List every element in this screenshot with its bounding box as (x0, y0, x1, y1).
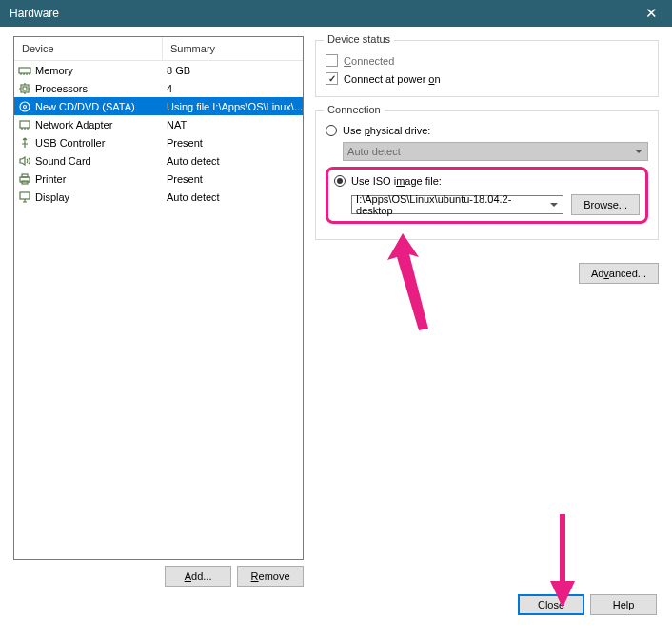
device-name: Memory (35, 65, 73, 76)
connection-label: Connection (324, 104, 385, 115)
physical-drive-select: Auto detect (343, 142, 648, 161)
svg-rect-5 (20, 121, 30, 128)
connected-checkbox (326, 54, 338, 67)
physical-drive-label: Use physical drive: (343, 125, 430, 136)
help-button[interactable]: Help (590, 594, 657, 615)
printer-icon (18, 172, 31, 186)
device-summary: 8 GB (163, 65, 303, 76)
sound-icon (18, 154, 31, 168)
svg-rect-9 (20, 192, 30, 199)
table-row[interactable]: Printer Present (14, 170, 303, 188)
add-button[interactable]: Add... (165, 566, 231, 587)
device-status-label: Device status (324, 33, 394, 45)
device-summary: Auto detect (163, 155, 303, 167)
annotation-arrow-icon (376, 233, 443, 338)
iso-radio[interactable] (334, 175, 346, 187)
device-name: Printer (35, 173, 66, 185)
table-row[interactable]: USB Controller Present (14, 133, 303, 151)
device-summary: NAT (163, 119, 303, 130)
device-name: New CD/DVD (SATA) (35, 101, 135, 112)
iso-radio-row[interactable]: Use ISO image file: (334, 175, 640, 187)
titlebar: Hardware ✕ (0, 0, 672, 27)
table-row[interactable]: Display Auto detect (14, 188, 303, 206)
svg-rect-0 (19, 68, 30, 73)
device-name: Sound Card (35, 155, 91, 167)
device-name: Network Adapter (35, 119, 112, 130)
iso-label: Use ISO image file: (351, 175, 442, 187)
svg-rect-1 (21, 85, 29, 92)
table-row[interactable]: Sound Card Auto detect (14, 151, 303, 170)
iso-highlight: Use ISO image file: I:\Apps\OS\Linux\ubu… (326, 167, 648, 224)
advanced-button[interactable]: Advanced... (579, 263, 659, 284)
table-row[interactable]: Processors 4 (14, 79, 303, 97)
table-row[interactable]: Memory 8 GB (14, 61, 303, 79)
device-summary: Auto detect (163, 191, 303, 203)
device-table: Device Summary Memory 8 GB Processors 4 … (13, 36, 304, 560)
connect-power-checkbox[interactable] (326, 72, 338, 85)
table-header: Device Summary (14, 37, 303, 61)
svg-point-4 (24, 105, 27, 108)
col-device-header: Device (14, 37, 163, 60)
memory-icon (18, 64, 31, 77)
device-summary: Using file I:\Apps\OS\Linux\... (163, 101, 303, 112)
iso-path-select[interactable]: I:\Apps\OS\Linux\ubuntu-18.04.2-desktop (351, 195, 563, 214)
connection-group: Connection Use physical drive: Auto dete… (315, 110, 659, 240)
window-title: Hardware (10, 7, 59, 20)
device-name: USB Controller (35, 137, 105, 149)
table-row[interactable]: Network Adapter NAT (14, 115, 303, 133)
col-summary-header: Summary (163, 37, 303, 60)
svg-marker-11 (550, 514, 575, 608)
physical-drive-radio[interactable] (326, 125, 337, 136)
device-summary: Present (163, 173, 303, 185)
connected-checkbox-row: Connected (326, 54, 648, 67)
device-summary: 4 (163, 83, 303, 94)
cpu-icon (18, 82, 31, 95)
remove-button[interactable]: Remove (237, 566, 304, 587)
svg-rect-2 (23, 87, 27, 90)
svg-point-3 (20, 102, 30, 111)
device-summary: Present (163, 137, 303, 149)
connected-label: Connected (344, 55, 394, 67)
device-name: Processors (35, 83, 88, 94)
svg-marker-10 (387, 233, 428, 330)
annotation-arrow-icon (548, 514, 577, 609)
close-icon[interactable]: ✕ (630, 0, 672, 27)
display-icon (18, 190, 31, 204)
physical-drive-radio-row[interactable]: Use physical drive: (326, 125, 648, 136)
usb-icon (18, 136, 31, 150)
nic-icon (18, 118, 31, 131)
svg-rect-7 (22, 174, 28, 177)
device-name: Display (35, 191, 69, 203)
device-status-group: Device status Connected Connect at power… (315, 40, 659, 97)
cd-icon (18, 100, 31, 113)
connect-power-checkbox-row[interactable]: Connect at power on (326, 72, 648, 85)
connect-power-label: Connect at power on (344, 73, 441, 85)
table-row[interactable]: New CD/DVD (SATA) Using file I:\Apps\OS\… (14, 97, 303, 115)
browse-button[interactable]: Browse... (571, 194, 640, 215)
